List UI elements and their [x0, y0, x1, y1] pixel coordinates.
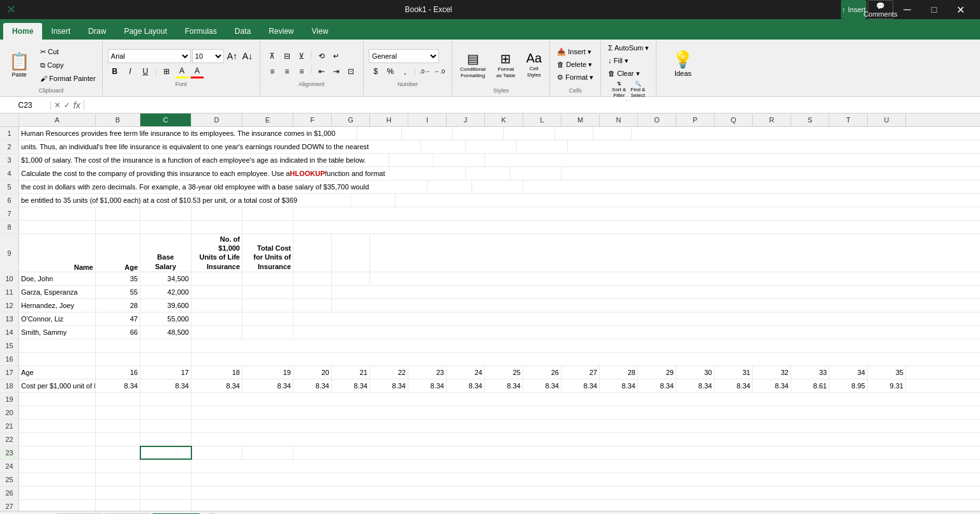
cell-r18[interactable]: 8.34: [753, 379, 791, 392]
col-header-b[interactable]: B: [96, 114, 140, 126]
col-header-f[interactable]: F: [293, 114, 332, 126]
insert-function-icon[interactable]: fx: [73, 100, 80, 110]
cell-f10[interactable]: [293, 272, 332, 285]
col-header-m[interactable]: M: [561, 114, 600, 126]
cell-b19[interactable]: [96, 393, 140, 406]
cell-j18[interactable]: 8.34: [447, 379, 485, 392]
cell-c20[interactable]: [140, 406, 191, 419]
formula-input[interactable]: [84, 101, 980, 110]
cell-e18[interactable]: 8.34: [242, 379, 293, 392]
cell-r17[interactable]: 32: [753, 366, 791, 379]
clear-button[interactable]: 🗑 Clear ▾: [604, 68, 653, 80]
cell-t18[interactable]: 8.95: [829, 379, 868, 392]
cell-f18[interactable]: 8.34: [293, 379, 332, 392]
col-header-i[interactable]: I: [408, 114, 447, 126]
cell-c22[interactable]: [140, 433, 191, 446]
cell-d10[interactable]: [191, 272, 242, 285]
col-header-h[interactable]: H: [370, 114, 408, 126]
bold-button[interactable]: B: [108, 64, 122, 78]
cell-d18[interactable]: 8.34: [191, 379, 242, 392]
cell-f1[interactable]: [555, 127, 593, 140]
cell-a4[interactable]: Calculate the cost to the company of pro…: [19, 167, 466, 180]
fill-button[interactable]: ↓ Fill ▾: [604, 55, 653, 67]
cell-e23[interactable]: [242, 446, 293, 459]
tab-insert[interactable]: Insert: [42, 23, 79, 40]
cell-e11[interactable]: [242, 286, 293, 298]
cell-q17[interactable]: 31: [715, 366, 753, 379]
cell-b6[interactable]: [351, 194, 396, 207]
cell-a9-name-header[interactable]: Name: [19, 234, 96, 272]
close-button[interactable]: ✕: [948, 0, 974, 19]
cell-b16[interactable]: [96, 353, 140, 365]
align-top-button[interactable]: ⊼: [265, 49, 279, 63]
col-header-l[interactable]: L: [523, 114, 561, 126]
cell-b24[interactable]: [96, 460, 140, 473]
col-header-o[interactable]: O: [638, 114, 676, 126]
col-header-j[interactable]: J: [447, 114, 485, 126]
cell-a19[interactable]: [19, 393, 96, 406]
cell-k17[interactable]: 25: [485, 366, 523, 379]
corner-header[interactable]: [0, 114, 19, 126]
cell-h18[interactable]: 8.34: [370, 379, 408, 392]
format-cells-button[interactable]: ⚙ Format ▾: [553, 71, 597, 84]
cell-a24[interactable]: [19, 460, 96, 473]
cell-b17[interactable]: 16: [96, 366, 140, 379]
wrap-text-button[interactable]: ↵: [329, 49, 343, 63]
cell-p18[interactable]: 8.34: [676, 379, 715, 392]
cell-h17[interactable]: 22: [370, 366, 408, 379]
tab-draw[interactable]: Draw: [79, 23, 115, 40]
cell-c3[interactable]: [434, 154, 485, 166]
cell-f9[interactable]: [293, 234, 332, 272]
cell-b13[interactable]: 47: [96, 312, 140, 325]
cell-b21[interactable]: [96, 420, 140, 432]
cell-b11[interactable]: 55: [96, 286, 140, 298]
cell-d12[interactable]: [191, 299, 242, 312]
cell-n18[interactable]: 8.34: [600, 379, 638, 392]
cell-c8[interactable]: [140, 221, 191, 233]
cell-a14[interactable]: Smith, Sammy: [19, 326, 96, 339]
cell-b7[interactable]: [96, 207, 140, 220]
cell-d23[interactable]: [191, 446, 242, 459]
cell-c16[interactable]: [140, 353, 191, 365]
spreadsheet-body[interactable]: 1 Human Resources provides free term lif…: [0, 127, 980, 511]
cell-c7[interactable]: [140, 207, 191, 220]
cell-e9-cost-header[interactable]: Total Costfor Units ofInsurance: [242, 234, 293, 272]
cell-c19[interactable]: [140, 393, 191, 406]
cell-b14[interactable]: 66: [96, 326, 140, 339]
align-left-button[interactable]: ≡: [265, 64, 279, 78]
tab-review[interactable]: Review: [260, 23, 302, 40]
col-header-r[interactable]: R: [753, 114, 791, 126]
increase-decimal-button[interactable]: .0→: [418, 64, 432, 78]
cell-b22[interactable]: [96, 433, 140, 446]
cell-c18[interactable]: 8.34: [140, 379, 191, 392]
tab-view[interactable]: View: [303, 23, 338, 40]
cell-c25[interactable]: [140, 473, 191, 486]
cell-b4[interactable]: [466, 167, 510, 180]
cell-g17[interactable]: 21: [332, 366, 370, 379]
cell-o18[interactable]: 8.34: [638, 379, 676, 392]
col-header-a[interactable]: A: [19, 114, 96, 126]
cell-a21[interactable]: [19, 420, 96, 432]
cell-b10[interactable]: 35: [96, 272, 140, 285]
decrease-indent-button[interactable]: ⇤: [315, 64, 329, 78]
cell-c9-salary-header[interactable]: BaseSalary: [140, 234, 191, 272]
cell-l18[interactable]: 8.34: [523, 379, 561, 392]
tab-home[interactable]: Home: [3, 23, 42, 40]
tab-data[interactable]: Data: [226, 23, 260, 40]
confirm-formula-icon[interactable]: ✓: [64, 101, 70, 110]
cell-b15[interactable]: [96, 339, 140, 352]
fill-color-button[interactable]: A: [175, 64, 189, 78]
cell-u17[interactable]: 35: [868, 366, 906, 379]
cell-b20[interactable]: [96, 406, 140, 419]
format-as-table-button[interactable]: ⊞ Formatas Table: [492, 48, 520, 81]
cell-styles-button[interactable]: Aa CellStyles: [522, 48, 546, 80]
angle-text-button[interactable]: ⟲: [315, 49, 329, 63]
cell-e7[interactable]: [242, 207, 293, 220]
col-header-k[interactable]: K: [485, 114, 523, 126]
cell-c14[interactable]: 48,500: [140, 326, 191, 339]
cell-g1[interactable]: [593, 127, 632, 140]
col-header-c[interactable]: C: [140, 114, 191, 126]
cell-a20[interactable]: [19, 406, 96, 419]
cell-d1[interactable]: [453, 127, 504, 140]
cell-c13[interactable]: 55,000: [140, 312, 191, 325]
